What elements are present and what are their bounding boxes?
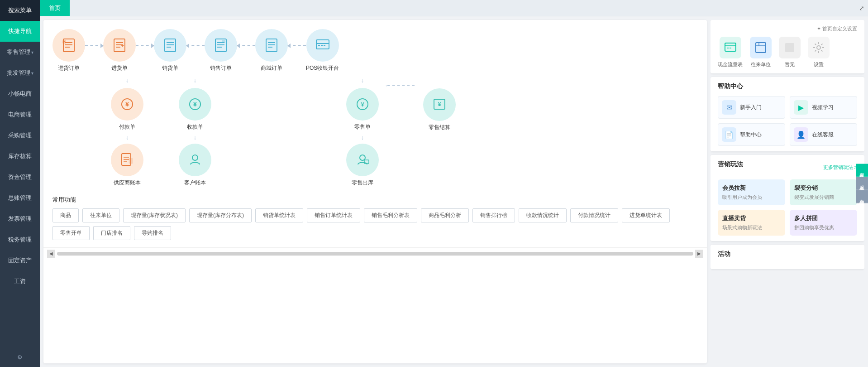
sidebar-item-label: 总账管理 bbox=[8, 194, 32, 202]
sidebar-item-label: 税务管理 bbox=[8, 236, 32, 244]
sidebar-item-assets[interactable]: 固定资产 bbox=[0, 250, 40, 271]
func-btn-retail-order[interactable]: 零售开单 bbox=[52, 226, 90, 240]
settings-button[interactable]: ⚙ bbox=[0, 348, 40, 367]
sidebar-item-payroll[interactable]: 工资 bbox=[0, 271, 40, 292]
svg-rect-26 bbox=[324, 45, 325, 46]
service-label: 在线客服 bbox=[812, 131, 834, 139]
svg-rect-17 bbox=[222, 40, 225, 43]
retail-out-label: 零售出库 bbox=[352, 179, 373, 187]
sidebar-item-inventory[interactable]: 库存核算 bbox=[0, 146, 40, 167]
down-arrow-retailorder: ↓ bbox=[361, 131, 364, 144]
func-btn-purchase-stat[interactable]: 进货单统计表 bbox=[622, 208, 670, 222]
sidebar-item-ledger[interactable]: 总账管理 bbox=[0, 188, 40, 208]
shortcut-cashflow[interactable]: 现金流量表 bbox=[718, 37, 743, 68]
func-btn-receipt-stat[interactable]: 收款情况统计 bbox=[519, 208, 567, 222]
sidebar-item-label: 工资 bbox=[14, 277, 26, 285]
svg-text:¥: ¥ bbox=[361, 101, 364, 108]
float-btn-community[interactable]: 服务社区 bbox=[856, 177, 868, 190]
shortcut-contacts[interactable]: 往来单位 bbox=[750, 37, 772, 68]
sidebar-item-purchase[interactable]: 采购管理 bbox=[0, 125, 40, 146]
scroll-track[interactable] bbox=[57, 252, 693, 256]
shortcut-empty[interactable]: 暂无 bbox=[779, 37, 801, 68]
quick-nav-item[interactable]: 快捷导航 bbox=[0, 21, 40, 42]
flow-node-pos: POS收银开台 bbox=[306, 29, 339, 72]
sales-order-label: 销售订单 bbox=[210, 64, 232, 72]
group-desc: 拼团购物享受优惠 bbox=[794, 224, 853, 231]
help-item-docs[interactable]: 📄 帮助中心 bbox=[718, 123, 785, 146]
down-arrow-purchase: ↓ bbox=[126, 77, 129, 84]
marketing-title: 营销玩法 bbox=[718, 160, 743, 169]
marketing-item-fission[interactable]: 裂变分销 裂变式发展分销商 bbox=[790, 179, 857, 205]
sidebar-item-wholesale[interactable]: 批发管理 ▾ bbox=[0, 63, 40, 83]
help-item-service[interactable]: 👤 在线客服 bbox=[790, 123, 857, 146]
empty-icon bbox=[779, 37, 801, 58]
main-panel: 进货订单 进货单 bbox=[43, 20, 707, 363]
video-icon: ▶ bbox=[794, 100, 808, 115]
customize-button[interactable]: ✦ 首页自定义设置 bbox=[817, 25, 857, 32]
func-btn-sales-rank[interactable]: 销售排行榜 bbox=[472, 208, 515, 222]
sidebar-item-label: 采购管理 bbox=[8, 131, 32, 140]
func-btn-guide-rank[interactable]: 导购排名 bbox=[134, 226, 171, 240]
settings-shortcut-label: 设置 bbox=[814, 61, 824, 68]
payment-icon: ¥ bbox=[111, 88, 143, 121]
shortcut-settings[interactable]: 设置 bbox=[808, 37, 830, 68]
activity-title: 活动 bbox=[718, 250, 857, 258]
sidebar-item-finance[interactable]: 资金管理 bbox=[0, 167, 40, 188]
scroll-left-button[interactable]: ◀ bbox=[47, 250, 55, 258]
sidebar-item-label: 批发管理 bbox=[7, 69, 30, 77]
down-arrow-receipt: ↓ bbox=[194, 131, 197, 144]
arrow-5-4 bbox=[237, 45, 255, 46]
svg-text:¥: ¥ bbox=[125, 101, 129, 108]
tab-bar: 首页 ⤢ bbox=[40, 0, 868, 16]
down-arrow-salesbill: ↓ bbox=[194, 77, 197, 84]
float-btn-service[interactable]: 客服热线 bbox=[856, 164, 868, 177]
scroll-right-button[interactable]: ▶ bbox=[695, 250, 703, 258]
sidebar-item-label: 库存核算 bbox=[8, 152, 32, 160]
func-btn-goods[interactable]: 商品 bbox=[52, 208, 79, 222]
flow-node-shop-order: 商城订单 bbox=[255, 29, 288, 72]
customer-book-label: 客户账本 bbox=[184, 179, 206, 187]
func-btn-payment-stat[interactable]: 付款情况统计 bbox=[570, 208, 618, 222]
flow-node-sales-order: 销售订单 bbox=[205, 29, 237, 72]
function-grid: 商品 往来单位 现存量(库存状况表) 现存量(库存分布表) 销货单统计表 销售订… bbox=[52, 208, 698, 240]
marketing-item-group[interactable]: 多人拼团 拼团购物享受优惠 bbox=[790, 210, 857, 236]
sidebar-item-ecommerce[interactable]: 电商管理 bbox=[0, 104, 40, 125]
func-btn-stock-dist[interactable]: 现存量(库存分布表) bbox=[189, 208, 252, 222]
func-btn-sales-stat[interactable]: 销货单统计表 bbox=[255, 208, 303, 222]
svg-text:¥: ¥ bbox=[438, 101, 441, 107]
down-arrow-shoporder: ↓ bbox=[361, 77, 364, 84]
contacts-label: 往来单位 bbox=[751, 61, 771, 68]
arrow-4-3 bbox=[186, 45, 205, 46]
more-marketing-link[interactable]: 更多营销玩法 > bbox=[823, 164, 857, 171]
sidebar-item-retail[interactable]: 零售管理 ▾ bbox=[0, 42, 40, 63]
func-btn-order-stat[interactable]: 销售订单统计表 bbox=[307, 208, 360, 222]
marketing-item-member[interactable]: 会员拉新 吸引用户成为会员 bbox=[718, 179, 785, 205]
sidebar-item-tax[interactable]: 税务管理 bbox=[0, 229, 40, 250]
flow-node-purchase-order: 进货订单 bbox=[52, 29, 85, 72]
search-menu-button[interactable]: 搜索菜单 bbox=[0, 0, 40, 21]
tab-home[interactable]: 首页 bbox=[40, 0, 70, 16]
right-panel: ✦ 首页自定义设置 现金流量表 往来单位 bbox=[711, 20, 864, 363]
sidebar-item-label: 固定资产 bbox=[8, 256, 32, 265]
func-btn-store-rank[interactable]: 门店排名 bbox=[93, 226, 130, 240]
func-btn-goods-profit[interactable]: 商品毛利分析 bbox=[421, 208, 469, 222]
fission-desc: 裂变式发展分销商 bbox=[794, 194, 853, 201]
marketing-item-live[interactable]: 直播卖货 场景式购物新玩法 bbox=[718, 210, 785, 236]
sidebar-item-invoice[interactable]: 发票管理 bbox=[0, 208, 40, 229]
help-item-video[interactable]: ▶ 视频学习 bbox=[790, 96, 857, 119]
sidebar-item-label: 资金管理 bbox=[8, 173, 32, 181]
down-arrow-payment: ↓ bbox=[126, 131, 129, 144]
pos-icon bbox=[306, 29, 339, 62]
customer-book-icon bbox=[179, 144, 211, 176]
float-btn-desktop[interactable]: 桌面快捷 bbox=[856, 190, 868, 203]
func-btn-stock-status[interactable]: 现存量(库存状况表) bbox=[123, 208, 186, 222]
expand-button[interactable]: ⤢ bbox=[859, 5, 864, 12]
func-btn-contacts[interactable]: 往来单位 bbox=[82, 208, 119, 222]
marketing-grid: 会员拉新 吸引用户成为会员 裂变分销 裂变式发展分销商 直播卖货 场景式购物新玩… bbox=[718, 179, 857, 236]
fission-title: 裂变分销 bbox=[794, 184, 853, 192]
help-item-beginner[interactable]: ✉ 新手入门 bbox=[718, 96, 785, 119]
sidebar-item-ecommerce-small[interactable]: 小畅电商 bbox=[0, 83, 40, 104]
func-btn-sales-profit[interactable]: 销售毛利分析表 bbox=[364, 208, 417, 222]
retail-out-icon bbox=[346, 144, 379, 176]
purchase-order-label: 进货订单 bbox=[58, 64, 80, 72]
